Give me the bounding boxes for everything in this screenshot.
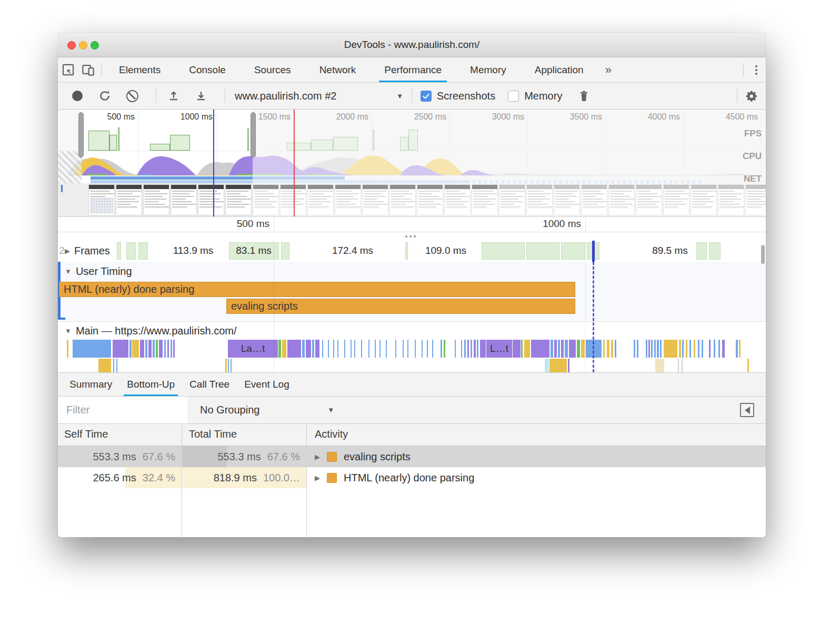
- flame-event[interactable]: [455, 340, 456, 358]
- flame-event[interactable]: [67, 340, 68, 358]
- flame-event[interactable]: [651, 340, 653, 358]
- user-timing-track[interactable]: ▼ User Timing HTML (nearly) done parsing…: [58, 262, 766, 322]
- flame-event[interactable]: [156, 340, 158, 358]
- flame-event[interactable]: [739, 340, 741, 358]
- flame-event[interactable]: [648, 340, 650, 358]
- flame-event[interactable]: [689, 340, 691, 358]
- flame-event[interactable]: [231, 359, 232, 372]
- flame-event[interactable]: [427, 340, 428, 358]
- flame-event[interactable]: [461, 340, 462, 358]
- flame-event[interactable]: [361, 340, 362, 358]
- flame-event[interactable]: [558, 340, 560, 358]
- flame-event[interactable]: [132, 340, 139, 358]
- flame-event[interactable]: [545, 359, 549, 372]
- flame-event[interactable]: [444, 340, 445, 358]
- minimize-button[interactable]: [79, 41, 87, 50]
- flame-event[interactable]: [145, 340, 147, 358]
- flame-event[interactable]: [403, 340, 404, 358]
- flame-event[interactable]: [415, 340, 416, 358]
- flame-event[interactable]: [607, 340, 609, 358]
- user-timing-header[interactable]: ▼ User Timing: [65, 265, 132, 278]
- flame-event[interactable]: [171, 340, 172, 358]
- flame-event[interactable]: [464, 340, 466, 358]
- flame-event[interactable]: [682, 359, 683, 372]
- main-track-header[interactable]: ▼ Main — https://www.paulirish.com/: [65, 325, 237, 337]
- flame-event[interactable]: [702, 340, 703, 358]
- flame-event[interactable]: [603, 340, 605, 358]
- device-toolbar-icon[interactable]: [78, 57, 98, 82]
- flame-event[interactable]: [306, 340, 311, 358]
- flame-event[interactable]: [302, 340, 305, 358]
- column-divider[interactable]: [306, 424, 307, 537]
- flame-event[interactable]: [655, 359, 664, 372]
- screenshots-label[interactable]: Screenshots: [437, 90, 495, 102]
- garbage-collect-icon[interactable]: [577, 89, 591, 103]
- flame-event[interactable]: [568, 359, 569, 372]
- tab-performance[interactable]: Performance: [384, 57, 442, 82]
- flame-event[interactable]: [432, 340, 433, 358]
- memory-label[interactable]: Memory: [524, 90, 562, 102]
- zoom-button[interactable]: [91, 41, 99, 50]
- flame-event[interactable]: [549, 359, 567, 372]
- screenshot-thumbnail[interactable]: [225, 184, 252, 215]
- memory-checkbox[interactable]: [508, 91, 519, 102]
- details-tab-event log[interactable]: Event Log: [244, 373, 289, 396]
- clear-recording-icon[interactable]: [125, 89, 139, 103]
- details-tab-bottom-up[interactable]: Bottom-Up: [127, 373, 175, 396]
- flame-event[interactable]: [678, 359, 679, 372]
- history-selector[interactable]: www.paulirish.com #2 ▼: [235, 90, 403, 102]
- flame-event[interactable]: [167, 340, 169, 358]
- flame-event[interactable]: [531, 340, 549, 358]
- flame-event[interactable]: [747, 359, 749, 372]
- flame-event[interactable]: [153, 340, 155, 358]
- flame-event[interactable]: [722, 340, 725, 358]
- flame-event[interactable]: [333, 340, 334, 358]
- screenshots-checkbox[interactable]: [421, 91, 432, 102]
- selection-handle-left[interactable]: [78, 112, 84, 157]
- table-row[interactable]: 553.3 ms67.6 %553.3 ms67.6 %▶evaling scr…: [58, 446, 766, 467]
- tab-sources[interactable]: Sources: [254, 57, 291, 82]
- flame-event[interactable]: [282, 340, 286, 358]
- flame-event[interactable]: [565, 340, 568, 358]
- flame-event[interactable]: [225, 359, 227, 372]
- filter-input[interactable]: [58, 397, 187, 423]
- flame-event[interactable]: [521, 340, 523, 358]
- flame-event[interactable]: [98, 359, 111, 372]
- flame-event[interactable]: [477, 340, 478, 358]
- screenshot-thumbnail[interactable]: [88, 184, 115, 215]
- expanded-arrow-icon[interactable]: ▼: [65, 327, 72, 335]
- flame-event[interactable]: [551, 340, 553, 358]
- flame-event[interactable]: [422, 340, 423, 358]
- expand-arrow-icon[interactable]: ▶: [315, 474, 320, 482]
- flame-event[interactable]: [698, 340, 699, 358]
- flame-event[interactable]: [386, 340, 387, 358]
- column-header-activity[interactable]: Activity: [315, 428, 348, 440]
- flame-event[interactable]: [646, 340, 647, 358]
- expand-arrow-icon[interactable]: ▶: [315, 453, 320, 461]
- details-tab-summary[interactable]: Summary: [69, 373, 112, 396]
- screenshot-thumbnail[interactable]: [143, 184, 169, 215]
- load-profile-icon[interactable]: [167, 89, 181, 103]
- flame-event[interactable]: [164, 340, 166, 358]
- tab-application[interactable]: Application: [535, 57, 584, 82]
- flame-event[interactable]: [407, 340, 408, 358]
- flame-event[interactable]: [686, 340, 687, 358]
- tab-elements[interactable]: Elements: [119, 57, 161, 82]
- flame-event[interactable]: [337, 340, 338, 358]
- more-tabs-chevron[interactable]: »: [605, 63, 612, 77]
- flame-event[interactable]: [480, 340, 486, 358]
- flame-event[interactable]: [657, 340, 659, 358]
- flame-event[interactable]: [315, 340, 319, 358]
- timing-bar-evaling-scripts[interactable]: evaling scripts: [226, 299, 575, 314]
- flame-event[interactable]: [714, 340, 715, 358]
- flame-event[interactable]: [524, 340, 530, 358]
- flame-event[interactable]: [634, 340, 635, 358]
- flame-event[interactable]: [513, 340, 521, 358]
- flame-event[interactable]: [113, 359, 114, 372]
- record-button[interactable]: [71, 89, 84, 103]
- flame-event[interactable]: [467, 340, 469, 358]
- flame-event[interactable]: [173, 340, 175, 358]
- flame-event[interactable]: [474, 340, 476, 358]
- flame-event[interactable]: [660, 340, 662, 358]
- flame-event[interactable]: [577, 340, 580, 358]
